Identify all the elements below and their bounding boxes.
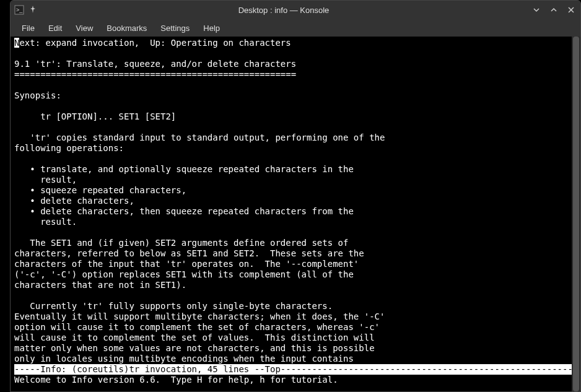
svg-text:>_: >_	[16, 7, 23, 13]
line-13: result,	[14, 175, 77, 185]
line-7: tr [OPTION]... SET1 [SET2]	[14, 111, 176, 121]
menu-file[interactable]: File	[15, 21, 41, 35]
minimize-button[interactable]	[531, 4, 542, 15]
menu-bookmarks[interactable]: Bookmarks	[100, 21, 153, 35]
line-32: Welcome to Info version 6.6. Type H for …	[14, 375, 338, 385]
menu-view[interactable]: View	[69, 21, 99, 35]
close-button[interactable]	[566, 4, 577, 15]
terminal-content[interactable]: Next: expand invocation, Up: Operating o…	[11, 37, 572, 391]
maximize-button[interactable]	[548, 4, 559, 15]
menu-settings[interactable]: Settings	[154, 21, 196, 35]
line-29: matter only when some values are not cha…	[14, 343, 375, 353]
line-22: ('-c', '-C') option replaces SET1 with i…	[14, 269, 354, 279]
menu-help[interactable]: Help	[197, 21, 226, 35]
scrollbar-thumb[interactable]	[573, 37, 579, 391]
menubar: File Edit View Bookmarks Settings Help	[11, 19, 580, 37]
line-12: • translate, and optionally squeeze repe…	[14, 164, 354, 174]
line-17: result.	[14, 217, 77, 227]
pin-icon[interactable]	[29, 6, 37, 15]
line-15: • delete characters,	[14, 196, 134, 206]
line-5: Synopsis:	[14, 90, 61, 100]
line-2: 9.1 'tr': Translate, squeeze, and/or del…	[14, 59, 296, 69]
terminal-area[interactable]: Next: expand invocation, Up: Operating o…	[11, 37, 580, 391]
line-26: Eventually it will support multibyte cha…	[14, 311, 385, 321]
line-16: • delete characters, then squeeze repeat…	[14, 206, 354, 216]
status-line: -----Info: (coreutils)tr invocation, 45 …	[14, 364, 572, 375]
line-20: characters, referred to below as SET1 an…	[14, 248, 364, 258]
line-14: • squeeze repeated characters,	[14, 185, 186, 195]
line-0: ext: expand invocation, Up: Operating on…	[19, 38, 290, 48]
window-title: Desktop : info — Konsole	[37, 6, 531, 15]
desktop-background	[0, 0, 10, 392]
line-19: The SET1 and (if given) SET2 arguments d…	[14, 238, 348, 248]
menu-edit[interactable]: Edit	[42, 21, 68, 35]
line-10: following operations:	[14, 143, 124, 153]
line-21: characters of the input that 'tr' operat…	[14, 259, 359, 269]
line-28: will cause it to complement the set of v…	[14, 333, 375, 342]
line-3: ========================================…	[14, 69, 296, 79]
line-23: characters that are not in SET1).	[14, 280, 186, 290]
app-icon: >_	[14, 5, 24, 15]
scrollbar[interactable]	[572, 37, 580, 391]
line-27: option will cause it to complement the s…	[14, 322, 380, 332]
line-30: only in locales using multibyte encoding…	[14, 354, 354, 364]
konsole-window: >_ Desktop : info — Konsole File Edit Vi…	[10, 0, 581, 392]
line-9: 'tr' copies standard input to standard o…	[14, 133, 385, 142]
line-25: Currently 'tr' fully supports only singl…	[14, 301, 333, 311]
titlebar[interactable]: >_ Desktop : info — Konsole	[11, 1, 580, 19]
